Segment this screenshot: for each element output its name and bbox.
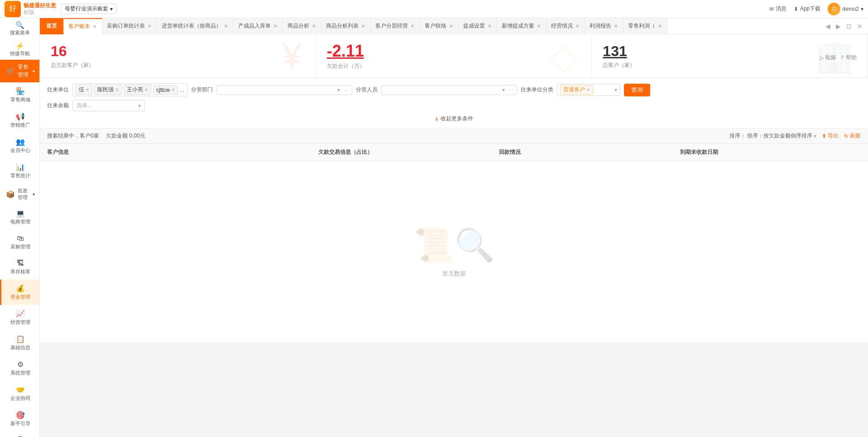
purchase-icon: 🛍	[17, 234, 24, 242]
tab-close-btn[interactable]: ✕	[613, 23, 619, 29]
tab-close-btn[interactable]: ✕	[147, 23, 152, 29]
classify-tag-normal[interactable]: 普通客户 ✕	[560, 85, 593, 95]
sort-select[interactable]: 排序： 排序：按欠款金额倒序排序 ▾	[729, 132, 816, 140]
tab-production-inbound[interactable]: 产成品入库单 ✕	[234, 18, 283, 34]
collapse-btn[interactable]: ∧ 收起更多条件	[435, 115, 473, 123]
org-unit-input[interactable]: 伍 ✕ 陈民强 ✕ 王小亮 ✕	[72, 83, 187, 96]
tab-close-btn[interactable]: ✕	[223, 23, 229, 29]
top-right: ✉ 消息 ⬇ App下载 D demo2 ▾	[769, 3, 863, 15]
sidebar-item-basics[interactable]: 📋 基础信息	[0, 330, 39, 356]
stat-number-amount: -2.11	[327, 42, 365, 61]
filter-row-2: 往来余额 选择... ▾	[47, 100, 861, 111]
export-icon: ⬆	[822, 133, 826, 139]
org-selector[interactable]: 母婴行业演示账套 ▾	[61, 4, 117, 14]
org-tag-cjttcw[interactable]: cjttcw ✕	[153, 86, 178, 95]
wholesale-icon: 📦	[6, 190, 15, 199]
remainder-label: 往来余额	[47, 102, 69, 109]
tab-customer-contact[interactable]: 客户联络 ✕	[420, 18, 459, 34]
result-info: 搜索结果中，客户0家 欠款金额 0.00元	[47, 132, 145, 140]
col-customer-info: 客户信息	[47, 148, 318, 156]
tab-close-btn[interactable]: ✕	[575, 23, 580, 29]
tab-close-btn[interactable]: ✕	[92, 24, 97, 29]
dept-select[interactable]: ▾ ···	[216, 85, 352, 95]
export-btn[interactable]: ⬆ 导出	[822, 132, 839, 140]
org-tag-wu[interactable]: 伍 ✕	[76, 85, 92, 95]
tab-promotion-settings[interactable]: 提成设置 ✕	[459, 18, 497, 34]
search-menu-btn[interactable]: 🔍 搜索菜单	[0, 18, 39, 39]
dept-label: 分管部门	[191, 86, 213, 94]
collapse-icon: ∧	[435, 116, 439, 122]
org-tag-wang[interactable]: 王小亮 ✕	[124, 85, 151, 95]
sidebar-item-wholesale[interactable]: 📦 批发管理 ▾	[0, 184, 39, 204]
sidebar-item-newguide[interactable]: 🎯 新手引导	[0, 406, 39, 432]
tab-retail-profit[interactable]: 零售利润（ ✕	[623, 18, 667, 34]
sidebar-item-retailstats[interactable]: 📊 零售统计	[0, 158, 39, 184]
sidebar-item-operation[interactable]: 📈 经营管理	[0, 305, 39, 330]
tab-close-btn[interactable]: ✕	[448, 23, 454, 29]
tab-close-all-btn[interactable]: ✕	[855, 22, 864, 31]
sidebar-item-retail[interactable]: 🛒 零售管理 ▾	[0, 60, 39, 82]
logo-area: 好 畅捷通好生意 标版	[5, 1, 56, 17]
tab-next-btn[interactable]: ▶	[834, 22, 843, 31]
tab-new-promotion[interactable]: 新增提成方案 ✕	[497, 18, 547, 34]
tab-close-btn[interactable]: ✕	[311, 23, 317, 29]
tab-customer-account[interactable]: 客户账本 ✕	[64, 18, 102, 34]
tab-expand-btn[interactable]: ⊡	[844, 22, 854, 31]
messages-btn[interactable]: ✉ 消息	[769, 5, 786, 13]
basics-icon: 📋	[16, 335, 25, 343]
result-bar: 搜索结果中，客户0家 欠款金额 0.00元 排序： 排序：按欠款金额倒序排序 ▾…	[40, 128, 868, 144]
sidebar-item-enterprise[interactable]: 🤝 企业协同	[0, 381, 39, 406]
tags-more-btn[interactable]: ...	[180, 87, 184, 93]
tab-close-btn[interactable]: ✕	[487, 23, 492, 29]
tab-close-btn[interactable]: ✕	[273, 23, 278, 29]
sidebar-item-marketing[interactable]: 📢 营销推广	[0, 108, 39, 133]
chevron-down-icon: ▾	[861, 6, 863, 12]
sidebar-item-inventory[interactable]: 🏗 库存核算	[0, 255, 39, 280]
chevron-down-icon: ▾	[110, 6, 113, 12]
tab-product-analysis[interactable]: 商品分析 ✕	[283, 18, 321, 34]
remove-tag-chen[interactable]: ✕	[115, 87, 119, 92]
remove-tag-wu[interactable]: ✕	[86, 87, 89, 92]
sidebar-item-retailmall[interactable]: 🏪 零售商城	[0, 82, 39, 108]
tab-prev-btn[interactable]: ◀	[824, 22, 832, 31]
tab-close-btn[interactable]: ✕	[536, 23, 542, 29]
remainder-select[interactable]: 选择... ▾	[72, 100, 145, 111]
sidebar-item-system[interactable]: ⚙ 系统管理	[0, 356, 39, 381]
tab-home[interactable]: 首页	[40, 18, 64, 34]
sidebar-item-purchase[interactable]: 🛍 采购管理	[0, 230, 39, 255]
tab-inbound-stats[interactable]: 进货单统计表（按商品） ✕	[157, 18, 234, 34]
tab-profit-report[interactable]: 利润报告 ✕	[585, 18, 623, 34]
remove-tag-cjttcw[interactable]: ✕	[171, 87, 175, 92]
retail-icon: 🛒	[6, 67, 15, 76]
remove-tag-wang[interactable]: ✕	[144, 87, 148, 92]
stat-card-total-customers: 🏢 131 总客户（家） ▷ 视频 ？ 帮助	[592, 34, 868, 77]
tab-close-btn[interactable]: ✕	[410, 23, 415, 29]
org-tag-chen[interactable]: 陈民强 ✕	[94, 85, 122, 95]
tab-close-btn[interactable]: ✕	[360, 23, 366, 29]
sidebar-nav: 🛒 零售管理 ▾ 🏪 零售商城 📢 营销推广 👥 会员中心 📊	[0, 60, 39, 437]
empty-text: 暂无数据	[442, 270, 466, 278]
classify-input[interactable]: 普通客户 ✕ ▾	[557, 84, 620, 96]
remove-classify-tag[interactable]: ✕	[586, 87, 590, 92]
query-button[interactable]: 查询	[624, 84, 650, 96]
sidebar-item-member[interactable]: 👥 会员中心	[0, 133, 39, 158]
tab-close-btn[interactable]: ✕	[657, 23, 662, 29]
tab-bar-end: ◀ ▶ ⊡ ✕	[824, 22, 868, 31]
tab-purchase-order[interactable]: 采购订单统计表 ✕	[102, 18, 157, 34]
person-select[interactable]: ▾ ···	[381, 85, 517, 95]
stat-card-owed-amount: ◇ -2.11 欠款合计（万）	[316, 34, 592, 77]
classify-label: 往来单位分类	[521, 86, 553, 94]
content-area: 首页 客户账本 ✕ 采购订单统计表 ✕ 进货单统计表（按商品） ✕ 产成品入库单…	[40, 18, 868, 437]
quick-nav-btn[interactable]: ⚡ 快捷导航	[0, 39, 39, 60]
sidebar-item-finance[interactable]: 💰 资金管理	[0, 280, 39, 305]
sidebar-item-ecommerce[interactable]: 💻 电商管理	[0, 204, 39, 230]
tab-product-analysis-list[interactable]: 商品分析列表 ✕	[321, 18, 371, 34]
app-download-btn[interactable]: ⬇ App下载	[794, 5, 820, 13]
refresh-btn[interactable]: ↻ 刷新	[844, 132, 861, 140]
finance-icon: 💰	[16, 284, 25, 293]
tab-business-status[interactable]: 经营情况 ✕	[547, 18, 585, 34]
avatar: D	[828, 3, 840, 15]
user-menu[interactable]: D demo2 ▾	[828, 3, 863, 15]
tab-customer-segment[interactable]: 客户分层经营 ✕	[371, 18, 420, 34]
sidebar-item-appcenter[interactable]: 📱 应用中心	[0, 432, 39, 437]
